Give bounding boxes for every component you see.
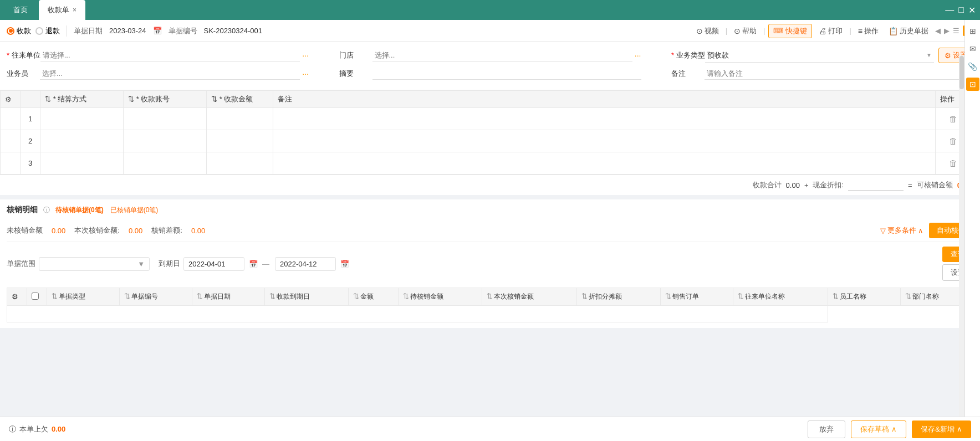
th-gear[interactable]: ⚙ bbox=[1, 91, 21, 108]
shortcut-icon: ⌨ bbox=[773, 27, 784, 35]
bottom-th-0: ⇅单据类型 bbox=[47, 288, 120, 306]
current-value: 0.00 bbox=[129, 227, 142, 235]
counterpart-input[interactable] bbox=[40, 49, 300, 61]
btn-ops[interactable]: ≡ 操作 bbox=[855, 24, 882, 38]
window-close-icon[interactable]: ✕ bbox=[968, 5, 976, 16]
row-account-cell[interactable] bbox=[124, 108, 207, 130]
radio-income-circle bbox=[7, 27, 14, 35]
row-check-cell bbox=[1, 130, 21, 152]
nav-prev-icon[interactable]: ◀ bbox=[935, 27, 941, 35]
view-list-icon[interactable]: ☰ bbox=[953, 27, 959, 35]
row-settle-cell[interactable] bbox=[40, 108, 124, 130]
radio-refund[interactable]: 退款 bbox=[35, 26, 60, 36]
tab-close-icon[interactable]: × bbox=[73, 6, 76, 14]
btn-print[interactable]: 🖨 打印 bbox=[815, 24, 846, 38]
sidebar-capture-icon[interactable]: ⊡ bbox=[966, 78, 979, 91]
range-chevron-icon: ▼ bbox=[137, 260, 145, 268]
counterpart-more-icon[interactable]: ··· bbox=[302, 51, 309, 60]
sidebar-table-icon[interactable]: ⊞ bbox=[966, 24, 979, 38]
row-delete-icon[interactable]: 🗑 bbox=[949, 158, 957, 168]
save-draft-button[interactable]: 保存草稿 ∧ bbox=[851, 421, 906, 438]
row-remark-cell[interactable] bbox=[273, 130, 936, 152]
summary-input[interactable] bbox=[372, 68, 641, 80]
row-remark-cell[interactable] bbox=[273, 152, 936, 175]
bottom-th-cb[interactable] bbox=[27, 288, 47, 306]
row-account-cell[interactable] bbox=[124, 152, 207, 175]
biz-type-select[interactable]: 预收款 ▼ bbox=[705, 49, 934, 63]
date-to-input[interactable] bbox=[275, 257, 336, 271]
window-max-icon[interactable]: □ bbox=[958, 5, 964, 15]
gear-icon[interactable]: ⚙ bbox=[5, 95, 12, 104]
store-more-icon[interactable]: ··· bbox=[635, 51, 641, 60]
tab-bar-right: — □ ✕ bbox=[945, 5, 976, 16]
range-select[interactable]: ▼ bbox=[39, 257, 150, 271]
diff-label: 核销差额: bbox=[151, 225, 182, 235]
btn-video-label: 视频 bbox=[705, 26, 719, 36]
save-new-button[interactable]: 保存&新增 ∧ bbox=[912, 421, 971, 438]
bottom-table-wrap: ⚙⇅单据类型⇅单据编号⇅单据日期⇅收款到期日⇅金额⇅待核销金额⇅本次核销金额⇅折… bbox=[7, 288, 973, 322]
row-settle-cell[interactable] bbox=[40, 130, 124, 152]
row-remark-cell[interactable] bbox=[273, 108, 936, 130]
date-from-input[interactable] bbox=[183, 257, 244, 271]
th-account: ⇅ * 收款账号 bbox=[124, 91, 207, 108]
store-input[interactable] bbox=[372, 49, 632, 61]
sidebar-clip-icon[interactable]: 📎 bbox=[966, 60, 979, 73]
more-conditions-btn[interactable]: ▽ 更多条件 ∧ bbox=[880, 225, 923, 235]
row-settle-cell[interactable] bbox=[40, 152, 124, 175]
row-amount-cell[interactable] bbox=[207, 108, 273, 130]
range-label: 单据范围 bbox=[7, 259, 35, 269]
save-draft-label: 保存草稿 bbox=[860, 424, 889, 434]
remark-input[interactable] bbox=[705, 68, 973, 80]
window-min-icon[interactable]: — bbox=[945, 5, 954, 15]
row-num-cell: 2 bbox=[21, 130, 40, 152]
radio-income[interactable]: 收款 bbox=[7, 26, 31, 36]
bottom-th-gear[interactable]: ⚙ bbox=[7, 288, 27, 306]
nav-next-icon[interactable]: ▶ bbox=[944, 27, 950, 35]
row-amount-cell[interactable] bbox=[207, 152, 273, 175]
salesperson-more-icon[interactable]: ··· bbox=[302, 69, 309, 78]
tab-home[interactable]: 首页 bbox=[4, 0, 37, 20]
scroll-thumb[interactable] bbox=[959, 56, 964, 89]
summary-field: 摘要 bbox=[339, 68, 641, 80]
th-settle-sort[interactable]: ⇅ bbox=[45, 95, 51, 103]
date-label: 单据日期 bbox=[74, 26, 103, 36]
bottom-bar: ⓘ 本单上欠 0.00 放弃 保存草稿 ∧ 保存&新增 ∧ bbox=[0, 417, 980, 441]
calendar-icon[interactable]: 📅 bbox=[153, 27, 162, 35]
th-amount-sort[interactable]: ⇅ bbox=[211, 95, 217, 103]
toolbar-right: ⊙ 视频 | ⊙ 帮助 | ⌨ 快捷键 🖨 打印 | ≡ 操作 📋 历史单据 ◀… bbox=[693, 24, 973, 38]
tab-done[interactable]: 已核销单据(0笔) bbox=[110, 206, 159, 215]
th-account-sort[interactable]: ⇅ bbox=[128, 95, 134, 103]
btn-history[interactable]: 📋 历史单据 bbox=[885, 24, 932, 38]
bottom-empty-row bbox=[7, 306, 973, 322]
total-value-bottom: 0.00 bbox=[52, 425, 65, 433]
toolbar-divider-1 bbox=[67, 25, 67, 37]
cal-from-icon[interactable]: 📅 bbox=[249, 260, 258, 268]
toolbar: 收款 退款 单据日期 2023-03-24 📅 单据编号 SK-20230324… bbox=[0, 20, 980, 42]
btn-help[interactable]: ⊙ 帮助 bbox=[731, 24, 760, 38]
bottom-gear-icon[interactable]: ⚙ bbox=[12, 293, 18, 301]
btn-video[interactable]: ⊙ 视频 bbox=[693, 24, 722, 38]
equal-sign: = bbox=[908, 181, 912, 189]
row-delete-icon[interactable]: 🗑 bbox=[949, 114, 957, 124]
number-label: 单据编号 bbox=[169, 26, 197, 36]
btn-shortcut[interactable]: ⌨ 快捷键 bbox=[768, 24, 812, 38]
net-label: 可核销金额 bbox=[917, 180, 953, 190]
salesperson-input[interactable] bbox=[40, 68, 300, 80]
data-table: ⚙ ⇅ * 结算方式 ⇅ * 收款账号 ⇅ * 收款金额 备注 操作 1 🗑 ⧉ bbox=[0, 90, 980, 175]
discount-input[interactable] bbox=[848, 180, 904, 191]
tab-active[interactable]: 收款单 × bbox=[39, 0, 85, 20]
cal-to-icon[interactable]: 📅 bbox=[340, 260, 349, 268]
total-value: 0.00 bbox=[786, 181, 800, 189]
bottom-select-all[interactable] bbox=[32, 293, 39, 300]
sidebar-email-icon[interactable]: ✉ bbox=[966, 42, 979, 55]
biz-type-value: 预收款 bbox=[707, 50, 924, 60]
table-row: 2 🗑 ⧉ bbox=[1, 130, 980, 152]
discard-button[interactable]: 放弃 bbox=[808, 421, 845, 438]
row-amount-cell[interactable] bbox=[207, 130, 273, 152]
range-field: 单据范围 ▼ bbox=[7, 257, 150, 271]
tab-pending[interactable]: 待核销单据(0笔) bbox=[55, 206, 104, 215]
date-value[interactable]: 2023-03-24 bbox=[109, 27, 146, 35]
row-delete-icon[interactable]: 🗑 bbox=[949, 136, 957, 146]
row-account-cell[interactable] bbox=[124, 130, 207, 152]
video-icon: ⊙ bbox=[696, 27, 703, 35]
